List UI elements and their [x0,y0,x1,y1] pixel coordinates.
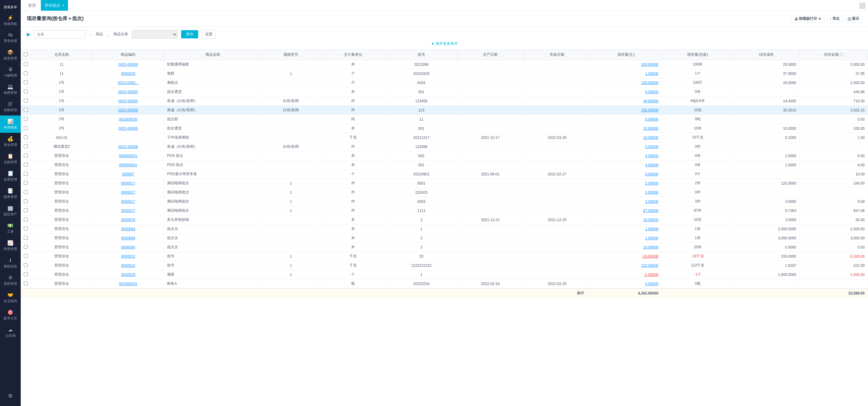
sidebar-item-cloud[interactable]: ☁ 云应用 [0,324,21,341]
sidebar-search[interactable]: 搜索菜单 [0,2,21,12]
qty-main-link[interactable]: 87.00000 [643,209,658,213]
row-checkbox[interactable] [24,245,28,249]
sidebar-item-retail[interactable]: 🛍 零售管理 [0,29,21,46]
qty-main-link[interactable]: 1.00000 [645,227,658,231]
row-checkbox[interactable] [24,126,28,130]
sidebar-item-basic[interactable]: ℹ 基础信息 [0,254,21,272]
sidebar-item-system[interactable]: ⚙ 系统管理 [0,272,21,289]
qty-main-link[interactable]: 4.00000 [645,154,658,158]
select-all-checkbox[interactable] [24,53,28,56]
sidebar-item-quicknav[interactable]: ⚡ 快捷导航 [0,12,21,29]
qty-main-link[interactable]: 0.00000 [645,145,658,149]
row-checkbox[interactable] [24,254,28,258]
code-link[interactable]: 0023-00008 [118,108,138,112]
expand-more-button[interactable]: ▼ 展开更多条件 [431,41,458,46]
code-link[interactable]: 000097 [122,172,134,176]
sidebar-item-payroll[interactable]: 💵 工资 [0,219,21,237]
row-checkbox[interactable] [24,80,28,84]
category-select[interactable] [132,30,178,39]
set-button[interactable]: 设置 [202,30,216,39]
row-checkbox[interactable] [24,108,28,112]
qty-main-link[interactable]: 10.00000 [643,136,658,140]
code-link[interactable]: 0000029 [121,273,135,277]
row-checkbox[interactable] [24,199,28,203]
qty-main-link[interactable]: -1.00000 [644,273,658,277]
sidebar-item-guide[interactable]: 🎯 新手引导 [0,306,21,324]
qty-main-link[interactable]: 100.00000 [641,62,658,67]
code-link[interactable]: 0000017 [121,181,135,185]
qty-main-link[interactable]: 10.00000 [643,218,658,222]
row-checkbox[interactable] [24,90,28,94]
code-link[interactable]: 0000012 [121,264,135,268]
print-button[interactable]: 🖨 按模版打印 ▼ [792,14,825,23]
code-link[interactable]: 0000017 [121,200,135,204]
qty-main-link[interactable]: 4.00000 [645,163,658,167]
code-link[interactable]: 0023-0000... [118,81,138,85]
code-link[interactable]: 0023-00009 [118,62,138,67]
code-link[interactable]: 0000084 [121,227,135,231]
warehouse-filter[interactable] [34,30,85,39]
row-checkbox[interactable] [24,272,28,276]
code-link[interactable]: 0000084 [121,245,135,249]
sidebar-item-finance[interactable]: 💰 资金管理 [0,133,21,150]
code-link[interactable]: 0000017 [121,209,135,213]
tab-home[interactable]: 首页 [23,0,41,11]
code-link[interactable]: 0000012 [121,254,135,259]
sidebar-item-ecommerce-small[interactable]: 🖥 小融电商 [0,64,21,81]
sidebar-item-assets[interactable]: 🏢 固定资产 [0,202,21,219]
row-checkbox[interactable] [24,263,28,267]
qty-main-link[interactable]: 2.00000 [645,181,658,185]
qty-main-link[interactable]: 122.00000 [641,264,658,268]
code-link[interactable]: 0000084 [121,236,135,240]
qty-main-link[interactable]: 1.00000 [645,236,658,240]
qty-main-link[interactable]: 0.00000 [645,90,658,94]
row-checkbox[interactable] [24,217,28,222]
row-checkbox[interactable] [24,154,28,158]
qty-main-link[interactable]: -16.00000 [642,254,658,259]
row-checkbox[interactable] [24,62,28,66]
qty-main-link[interactable]: 0.00000 [645,172,658,176]
tab-close-button[interactable]: × [62,3,64,8]
qty-main-link[interactable]: 1.00000 [645,72,658,76]
row-checkbox[interactable] [24,71,28,75]
sidebar-item-tax[interactable]: 📑 税务管理 [0,185,21,202]
qty-main-link[interactable]: 0.00000 [645,282,658,286]
sidebar-item-collab[interactable]: 🤝 企业协同 [0,289,21,306]
code-link[interactable]: 0000017 [121,190,135,195]
sidebar-item-ledger[interactable]: 📋 总账管理 [0,150,21,168]
code-link[interactable]: 000900001 [119,154,137,158]
code-link[interactable]: 001000026 [119,117,137,122]
code-link[interactable]: 0023-00005 [118,90,138,94]
sidebar-item-management[interactable]: 📈 经营管理 [0,237,21,254]
qty-main-link[interactable]: 49.60000 [643,99,658,103]
row-checkbox[interactable] [24,208,28,212]
info-icon[interactable]: ⓘ [840,53,843,57]
row-checkbox[interactable] [24,163,28,167]
row-checkbox[interactable] [24,172,28,176]
code-link[interactable]: 0023-00005 [118,126,138,131]
row-checkbox[interactable] [24,190,28,194]
sidebar-item-inventory[interactable]: 📊 库存核算 [0,115,21,133]
qty-main-link[interactable]: 0.00000 [645,117,658,122]
qty-main-link[interactable]: 100.00000 [641,81,658,85]
qty-main-link[interactable]: 3.00000 [645,200,658,204]
maximize-button[interactable]: ⬜ [859,2,866,9]
row-checkbox[interactable] [24,135,28,139]
code-link[interactable]: 0000078 [121,218,135,222]
display-button[interactable]: ◫ 展示 [845,14,862,23]
row-checkbox[interactable] [24,227,28,231]
settings-gear-icon[interactable]: ⚙ [5,390,16,402]
sidebar-item-ecommerce[interactable]: 💻 电商管理 [0,81,21,98]
code-link[interactable]: 001000031 [119,282,137,286]
row-checkbox[interactable] [24,181,28,185]
row-checkbox[interactable] [24,117,28,121]
sidebar-item-purchase[interactable]: 🛒 采购管理 [0,98,21,115]
search-button[interactable]: 查询 [181,30,198,38]
sidebar-item-invoice[interactable]: 🧾 发票管理 [0,168,21,185]
row-checkbox[interactable] [24,281,28,285]
code-link[interactable]: 0000029 [121,72,135,76]
code-link[interactable]: 0023-00005 [118,99,138,103]
row-checkbox[interactable] [24,144,28,148]
qty-main-link[interactable]: 100.00000 [641,108,658,112]
qty-main-link[interactable]: 10.00000 [643,126,658,131]
